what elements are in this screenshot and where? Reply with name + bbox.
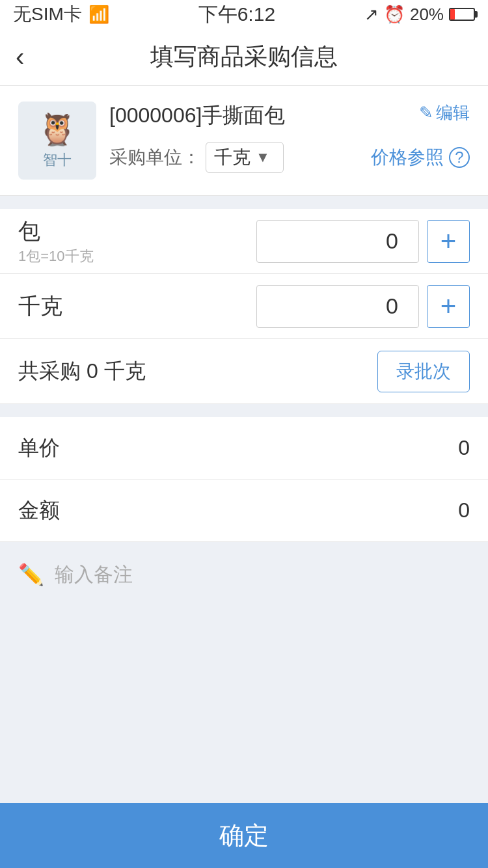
help-icon: ? [449,147,470,168]
remark-section[interactable]: ✏️ 输入备注 [0,542,488,607]
section-divider-1 [0,196,488,209]
status-bar: 无SIM卡 📶 下午6:12 ↗ ⏰ 20% [0,0,488,29]
nav-bar: ‹ 填写商品采购信息 [0,29,488,86]
edit-button[interactable]: ✎ 编辑 [419,102,470,124]
kg-plus-button[interactable]: + [427,285,470,328]
bao-plus-button[interactable]: + [427,220,470,263]
alarm-icon: ⏰ [384,5,405,25]
bao-sub-label: 1包=10千克 [18,247,96,266]
amount-label: 金额 [18,496,60,525]
status-left: 无SIM卡 📶 [13,2,109,27]
remark-placeholder: 输入备注 [55,562,133,588]
product-owl-icon: 🦉 [38,111,77,148]
status-right: ↗ ⏰ 20% [364,5,475,25]
unit-prefix: 采购单位： [109,145,200,170]
unit-price-value: 0 [458,436,470,460]
info-section: 单价 0 金额 0 [0,417,488,542]
batch-button[interactable]: 录批次 [377,351,470,392]
unit-price-row: 单价 0 [0,417,488,480]
bao-input-right: + [96,220,470,263]
product-name: [0000006]手撕面包 [109,102,285,130]
product-info: [0000006]手撕面包 ✎ 编辑 采购单位： 千克 ▼ 价格参照 ? [109,102,470,173]
section-divider-2 [0,404,488,417]
carrier-text: 无SIM卡 [13,2,82,27]
bao-main-label: 包 [18,217,96,247]
product-header: [0000006]手撕面包 ✎ 编辑 [109,102,470,130]
product-card: 🦉 智十 [0000006]手撕面包 ✎ 编辑 采购单位： 千克 ▼ 价格参照 [0,86,488,196]
confirm-section[interactable]: 确定 [0,803,488,868]
time-display: 下午6:12 [198,1,275,28]
dropdown-arrow-icon: ▼ [256,149,270,166]
bao-input-row: 包 1包=10千克 + [0,209,488,274]
total-text: 共采购 0 千克 [18,357,146,386]
product-unit-row: 采购单位： 千克 ▼ 价格参照 ? [109,142,470,173]
battery-percent: 20% [410,5,444,25]
kg-input-row: 千克 + [0,274,488,339]
kg-label-group: 千克 [18,292,96,321]
unit-price-label: 单价 [18,434,60,463]
edit-icon: ✎ [419,103,433,123]
unit-select-value: 千克 [214,145,251,170]
product-img-label: 智十 [43,150,72,170]
unit-select-dropdown[interactable]: 千克 ▼ [206,142,284,173]
input-section: 包 1包=10千克 + 千克 + 共采购 0 千克 录批次 [0,209,488,404]
back-button[interactable]: ‹ [16,42,24,72]
amount-row: 金额 0 [0,480,488,542]
price-ref-label: 价格参照 [371,145,444,170]
battery-fill [450,9,455,20]
kg-main-label: 千克 [18,292,96,321]
pencil-icon: ✏️ [18,562,44,587]
bao-label-group: 包 1包=10千克 [18,217,96,266]
bao-quantity-input[interactable] [256,220,419,263]
kg-input-right: + [96,285,470,328]
page-title: 填写商品采购信息 [150,41,338,73]
total-row: 共采购 0 千克 录批次 [0,339,488,404]
battery-indicator [449,8,475,21]
amount-value: 0 [458,498,470,522]
price-ref-button[interactable]: 价格参照 ? [371,145,470,170]
wifi-icon: 📶 [88,5,109,25]
product-image: 🦉 智十 [18,102,96,180]
location-icon: ↗ [364,5,379,25]
confirm-button[interactable]: 确定 [219,819,269,852]
kg-quantity-input[interactable] [256,285,419,328]
